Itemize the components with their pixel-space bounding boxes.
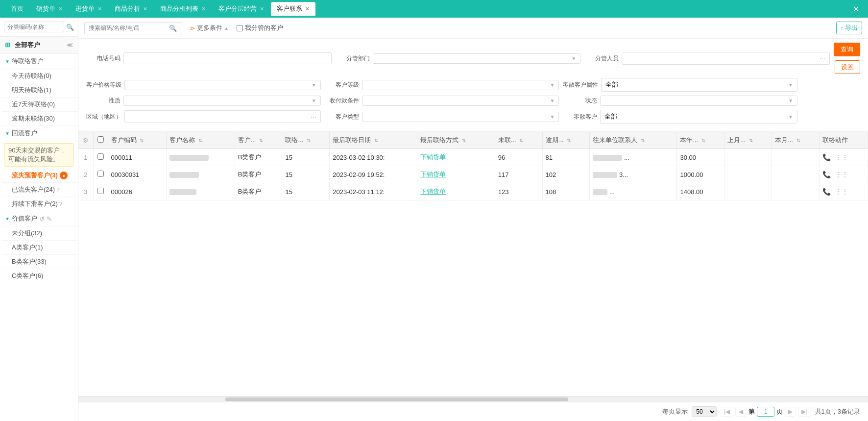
value-customers-refresh-icon[interactable]: ↺ [39, 215, 45, 223]
th-name[interactable]: 客户名称 ⇅ [167, 132, 235, 149]
next-page-button[interactable]: ▶ [785, 407, 796, 417]
th-this-year[interactable]: 本年... ⇅ [677, 132, 724, 149]
query-button[interactable]: 查询 [834, 43, 860, 56]
th-last-contact-way[interactable]: 最后联络方式 ⇅ [417, 132, 495, 149]
sidebar-item-ungrouped[interactable]: 未分组(32) [2, 226, 78, 241]
table-settings-icon[interactable]: ⚙ [83, 137, 89, 144]
sidebar-group-lost-customers[interactable]: ▼ 回流客户 [0, 126, 78, 141]
filter-person-select[interactable]: ··· [622, 52, 830, 65]
row-1-checkbox[interactable] [97, 153, 104, 160]
sidebar-search-icon[interactable]: 🔍 [66, 24, 74, 31]
filter-customer-type-select[interactable]: ▼ [362, 112, 559, 122]
action-phone-icon-3[interactable]: 📞 [822, 188, 831, 196]
row-last-contact-way-link-3[interactable]: 下销货单 [420, 188, 446, 195]
row-customer-type-3: B类客户 [235, 183, 282, 200]
th-last-contact-date[interactable]: 最后联络日期 ⇅ [330, 132, 417, 149]
last-page-button[interactable]: ▶| [798, 407, 811, 417]
row-3-checkbox[interactable] [97, 188, 104, 194]
row-unit-contact-blurred-3 [593, 189, 607, 195]
sidebar-group-pending-contact[interactable]: ▼ 待联络客户 [0, 54, 78, 69]
filter-price-level-select[interactable]: ▼ [124, 80, 321, 90]
my-customers-checkbox-label[interactable]: 我分管的客户 [237, 24, 283, 32]
sidebar-item-today-pending[interactable]: 今天待联络(0) [2, 69, 78, 83]
sidebar-item-tomorrow-pending[interactable]: 明天待联络(1) [2, 83, 78, 98]
row-last-contact-way-1[interactable]: 下销货单 [417, 149, 495, 166]
export-label: 导出 [845, 24, 858, 32]
first-page-button[interactable]: |◀ [721, 407, 733, 417]
tab-goods-analysis-list-close[interactable]: ✕ [201, 6, 206, 12]
filter-dept-select[interactable]: ▼ [373, 53, 581, 64]
row-2-checkbox[interactable] [97, 171, 104, 177]
action-more-icon-3[interactable]: ⋮⋮ [835, 188, 848, 196]
th-last-month[interactable]: 上月... ⇅ [724, 132, 772, 149]
th-no-contact[interactable]: 未联... ⇅ [495, 132, 542, 149]
th-unit-contact[interactable]: 往来单位联系人 ⇅ [590, 132, 677, 149]
sidebar-item-week-pending[interactable]: 近7天待联络(0) [2, 98, 78, 112]
action-phone-icon-2[interactable]: 📞 [822, 171, 831, 178]
my-customers-checkbox[interactable] [237, 25, 243, 31]
sidebar-item-class-a[interactable]: A类客户(1) [2, 241, 78, 255]
tab-customer-tier-close[interactable]: ✕ [260, 6, 264, 12]
tab-sales[interactable]: 销货单 ✕ [30, 2, 69, 16]
value-customers-edit-icon[interactable]: ✎ [47, 215, 52, 223]
filter-customer-level-label: 客户等级 [325, 81, 359, 89]
select-all-checkbox[interactable] [97, 136, 104, 143]
filter-zero-customer-select[interactable]: 全部 ▼ [600, 110, 797, 124]
filter-phone-input[interactable] [123, 52, 332, 64]
prev-page-button[interactable]: ◀ [735, 407, 747, 417]
horizontal-scrollbar[interactable] [78, 396, 868, 402]
filter-search-input[interactable] [89, 25, 167, 31]
sidebar-item-churned[interactable]: 已流失客户(24) ? [2, 183, 78, 197]
filter-payment-select[interactable]: ▼ [362, 96, 559, 106]
sidebar-item-class-c[interactable]: C类客户(6) [2, 269, 78, 283]
th-customer-type[interactable]: 客户... ⇅ [235, 132, 282, 149]
action-more-icon-1[interactable]: ⋮⋮ [835, 153, 848, 161]
tab-customer-contact-close[interactable]: ✕ [305, 6, 310, 12]
person-more-icon[interactable]: ··· [820, 54, 825, 62]
sidebar-group-value-customers[interactable]: ▼ 价值客户 ↺ ✎ [0, 211, 78, 226]
filter-region-select[interactable]: ··· [124, 110, 321, 123]
filter-customer-level-select[interactable]: ▼ [362, 80, 559, 90]
th-this-month[interactable]: 本月... ⇅ [772, 132, 820, 149]
all-customers-title[interactable]: ⊞ 全部客户 ≪ [0, 37, 78, 54]
tab-purchase[interactable]: 进货单 ✕ [70, 2, 108, 16]
current-page-input[interactable] [757, 407, 774, 417]
tab-goods-analysis-list[interactable]: 商品分析列表 ✕ [154, 2, 212, 16]
filter-zero-sale-attr-select[interactable]: 全部 ▼ [601, 78, 797, 92]
filter-status-select[interactable]: ▼ [600, 96, 797, 106]
filter-zero-customer-field: 零散客户 全部 ▼ [563, 110, 797, 124]
th-code[interactable]: 客户编码 ⇅ [108, 132, 167, 149]
sidebar-item-declining[interactable]: 持续下滑客户(2) ? [2, 197, 78, 211]
tab-sales-close[interactable]: ✕ [58, 6, 63, 12]
tab-customer-contact[interactable]: 客户联系 ✕ [271, 2, 315, 16]
sidebar-search-area: 🔍 [0, 18, 78, 37]
scrollbar-thumb[interactable] [225, 397, 568, 401]
th-overdue[interactable]: 逾期... ⇅ [542, 132, 590, 149]
window-close-button[interactable]: ✕ [849, 4, 863, 14]
row-last-contact-way-link-1[interactable]: 下销货单 [420, 153, 446, 161]
tab-customer-tier[interactable]: 客户分层经营 ✕ [213, 2, 270, 16]
sidebar-item-class-b[interactable]: B类客户(33) [2, 255, 78, 269]
tab-home[interactable]: 首页 [5, 2, 29, 16]
sidebar-collapse-button[interactable]: ≪ [67, 42, 73, 49]
sidebar-item-churn-warning[interactable]: 流失预警客户(3) ● [2, 169, 78, 183]
tab-purchase-close[interactable]: ✕ [97, 6, 102, 12]
tab-goods-analysis[interactable]: 商品分析 ✕ [109, 2, 153, 16]
export-button[interactable]: ↑ 导出 [836, 22, 863, 34]
th-contact[interactable]: 联络... ⇅ [282, 132, 330, 149]
row-unit-contact-3: ... [590, 183, 677, 200]
sidebar-search-input[interactable] [4, 22, 64, 32]
filter-gender-select[interactable]: ▼ [123, 96, 321, 106]
region-more-icon[interactable]: ··· [311, 113, 316, 121]
setting-button[interactable]: 设置 [835, 60, 860, 74]
tab-goods-analysis-close[interactable]: ✕ [143, 6, 147, 12]
action-phone-icon-1[interactable]: 📞 [822, 153, 831, 161]
per-page-select[interactable]: 50 100 200 [692, 406, 717, 417]
row-last-contact-way-link-2[interactable]: 下销货单 [420, 171, 446, 178]
row-last-contact-way-2[interactable]: 下销货单 [417, 166, 495, 183]
action-more-icon-2[interactable]: ⋮⋮ [835, 171, 848, 178]
more-conditions-button[interactable]: ⊳ 更多条件 ▲ [186, 22, 233, 34]
sidebar-item-overdue-pending[interactable]: 逾期未联络(30) [2, 112, 78, 126]
row-last-contact-way-3[interactable]: 下销货单 [417, 183, 495, 200]
filter-search-icon[interactable]: 🔍 [169, 25, 177, 32]
